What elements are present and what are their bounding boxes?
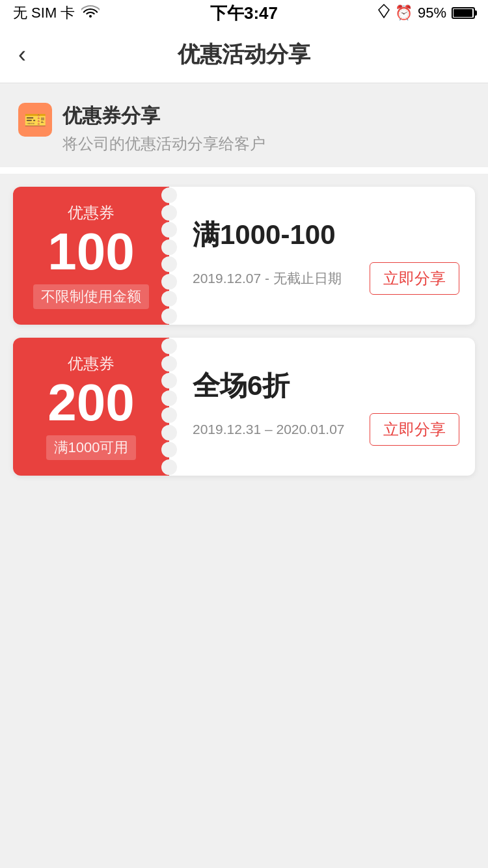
location-icon	[378, 4, 390, 22]
bottom-area	[0, 489, 488, 814]
back-button[interactable]: ‹	[18, 41, 26, 68]
section-text-block: 优惠券分享 将公司的优惠活动分享给客户	[62, 103, 265, 154]
coupon-list: 优惠券 100 不限制使用金额 满1000-100 2019.12.07 - 无…	[0, 174, 488, 489]
share-button-2[interactable]: 立即分享	[370, 413, 459, 446]
coupon-condition-2: 满1000可用	[46, 435, 137, 460]
coupon-label-2: 优惠券	[68, 353, 115, 374]
coupon-right-2: 全场6折 2019.12.31 – 2020.01.07 立即分享	[169, 338, 475, 476]
coupon-right-1: 满1000-100 2019.12.07 - 无截止日期 立即分享	[169, 187, 475, 325]
coupon-left-1: 优惠券 100 不限制使用金额	[13, 187, 169, 325]
coupon-card-1: 优惠券 100 不限制使用金额 满1000-100 2019.12.07 - 无…	[13, 187, 475, 325]
status-bar: 无 SIM 卡 下午3:47 ⏰ 95%	[0, 0, 488, 26]
coupon-condition-1: 不限制使用金额	[33, 284, 149, 309]
page-title: 优惠活动分享	[178, 40, 310, 70]
coupon-meta-2: 2019.12.31 – 2020.01.07 立即分享	[193, 413, 459, 446]
coupon-date-1: 2019.12.07 - 无截止日期	[193, 269, 342, 288]
coupon-name-2: 全场6折	[193, 368, 459, 404]
coupon-amount-1: 100	[47, 226, 134, 278]
coupon-left-2: 优惠券 200 满1000可用	[13, 338, 169, 476]
carrier-label: 无 SIM 卡	[13, 3, 75, 23]
wifi-icon	[81, 4, 100, 22]
section-title: 优惠券分享	[62, 103, 265, 129]
coupon-date-2: 2019.12.31 – 2020.01.07	[193, 422, 345, 437]
time-label: 下午3:47	[210, 2, 278, 25]
coupon-amount-2: 200	[47, 377, 134, 429]
section-header: 🎫 优惠券分享 将公司的优惠活动分享给客户	[0, 83, 488, 167]
coupon-name-1: 满1000-100	[193, 217, 459, 253]
nav-bar: ‹ 优惠活动分享	[0, 26, 488, 83]
battery-percent: 95%	[418, 5, 446, 21]
coupon-label-1: 优惠券	[68, 202, 115, 223]
status-right: ⏰ 95%	[378, 4, 475, 22]
battery-icon	[452, 7, 475, 19]
section-subtitle: 将公司的优惠活动分享给客户	[62, 133, 265, 154]
alarm-icon: ⏰	[395, 5, 413, 21]
share-button-1[interactable]: 立即分享	[370, 262, 459, 295]
status-left: 无 SIM 卡	[13, 3, 100, 23]
section-icon: 🎫	[18, 103, 52, 137]
coupon-card-2: 优惠券 200 满1000可用 全场6折 2019.12.31 – 2020.0…	[13, 338, 475, 476]
coupon-meta-1: 2019.12.07 - 无截止日期 立即分享	[193, 262, 459, 295]
